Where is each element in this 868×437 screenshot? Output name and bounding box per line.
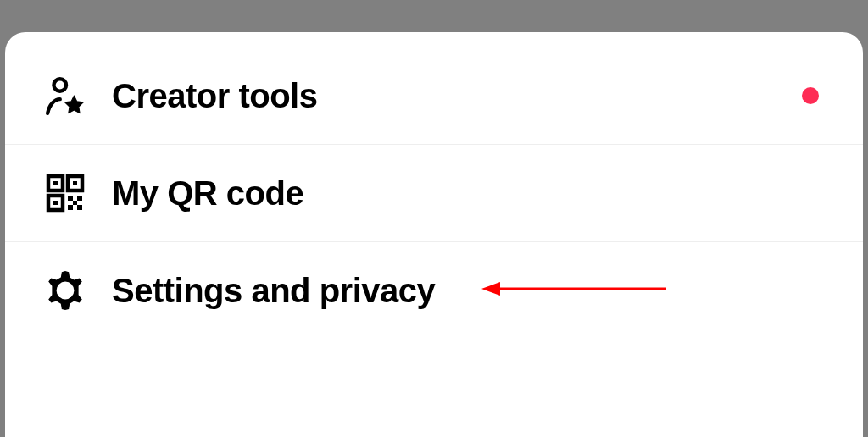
menu-item-qr-code[interactable]: My QR code xyxy=(5,144,863,241)
annotation-arrow-icon xyxy=(481,279,668,302)
menu-item-label: Settings and privacy xyxy=(112,272,435,310)
menu-item-settings-privacy[interactable]: Settings and privacy xyxy=(5,241,863,339)
gear-icon xyxy=(44,269,86,312)
person-star-icon xyxy=(44,75,86,117)
svg-rect-10 xyxy=(77,205,82,210)
svg-rect-8 xyxy=(77,196,82,201)
svg-rect-7 xyxy=(68,196,73,201)
bottom-sheet-menu: Creator tools xyxy=(5,32,863,437)
notification-dot xyxy=(802,87,819,104)
svg-rect-5 xyxy=(73,181,77,185)
menu-item-label: My QR code xyxy=(112,174,303,213)
menu-item-creator-tools[interactable]: Creator tools xyxy=(5,47,863,144)
svg-rect-11 xyxy=(73,201,77,205)
svg-marker-14 xyxy=(481,282,500,296)
qr-code-icon xyxy=(44,172,86,214)
svg-point-12 xyxy=(57,282,75,300)
svg-point-0 xyxy=(53,79,66,91)
svg-rect-9 xyxy=(68,205,73,210)
menu-item-label: Creator tools xyxy=(112,77,317,115)
svg-rect-6 xyxy=(53,201,58,205)
svg-rect-4 xyxy=(53,181,58,185)
